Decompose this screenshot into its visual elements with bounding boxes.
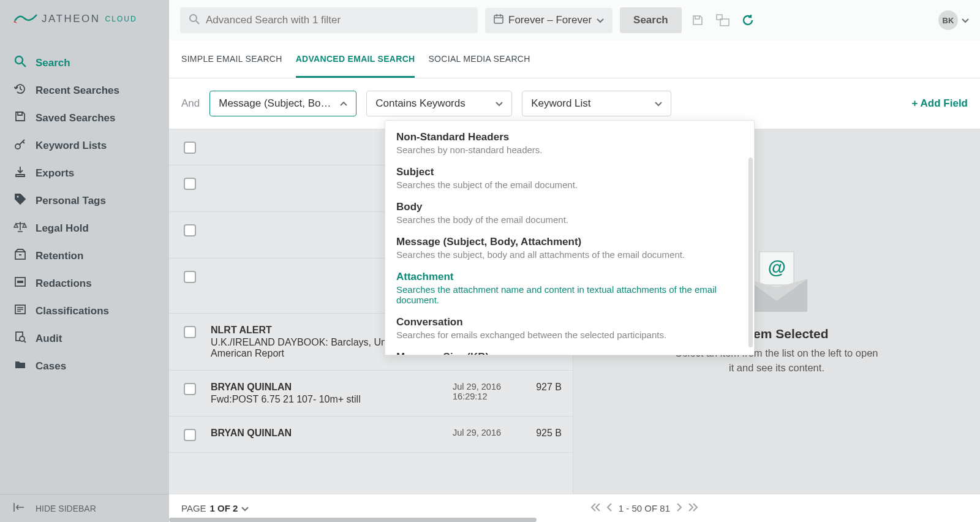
svg-point-9 [20, 336, 24, 341]
save-search-icon[interactable] [689, 12, 706, 29]
option-desc: Searches by non-standard headers. [396, 145, 743, 155]
chevron-down-icon [655, 97, 662, 110]
next-page-button[interactable] [676, 503, 682, 513]
hide-sidebar-label: HIDE SIDEBAR [36, 504, 96, 513]
advanced-search-input[interactable] [206, 14, 469, 26]
filter-option-message-size-kb-[interactable]: Message Size (KB)Searches complete email… [385, 346, 754, 355]
sidebar-item-label: Search [36, 57, 70, 69]
result-checkbox-wrap [169, 428, 211, 441]
date-range-picker[interactable]: Forever – Forever [485, 8, 612, 33]
user-menu[interactable]: BK [938, 10, 969, 30]
result-checkbox[interactable] [184, 383, 196, 395]
sidebar-item-label: Personal Tags [36, 195, 106, 207]
option-title: Non-Standard Headers [396, 131, 743, 143]
result-checkbox-wrap [169, 270, 211, 302]
filter-option-message-subject-body-attachment-[interactable]: Message (Subject, Body, Attachment)Searc… [385, 230, 754, 265]
page-range: 1 - 50 OF 81 [619, 503, 670, 513]
page-label: PAGE [181, 503, 206, 513]
sidebar-item-label: Audit [36, 333, 62, 345]
sidebar-item-search[interactable]: Search [0, 49, 169, 77]
result-body: BRYAN QUINLAN [211, 428, 453, 441]
sidebar-item-exports[interactable]: Exports [0, 159, 169, 187]
retention-icon [13, 248, 27, 263]
filter-match-dropdown[interactable]: Contains Keywords [366, 91, 512, 116]
hide-sidebar-button[interactable]: HIDE SIDEBAR [0, 494, 169, 522]
option-title: Message (Subject, Body, Attachment) [396, 236, 743, 248]
sidebar-item-keyword-lists[interactable]: Keyword Lists [0, 132, 169, 159]
result-row[interactable]: BRYAN QUINLAN Jul 29, 2016925 B [169, 417, 573, 453]
last-page-button[interactable] [688, 503, 698, 513]
svg-text:@: @ [767, 257, 785, 278]
option-desc: Searches the subject of the email docume… [396, 180, 743, 190]
sidebar-item-label: Retention [36, 250, 83, 262]
result-from: BRYAN QUINLAN [211, 382, 445, 393]
filter-option-non-standard-headers[interactable]: Non-Standard HeadersSearches by non-stan… [385, 126, 754, 161]
result-date: Jul 29, 201616:29:12 [453, 382, 530, 405]
sidebar-item-recent-searches[interactable]: Recent Searches [0, 77, 169, 104]
svg-point-2 [15, 144, 20, 149]
search-button[interactable]: Search [620, 7, 682, 33]
option-desc: Searches the subject, body and all attac… [396, 249, 743, 260]
calendar-icon [494, 14, 503, 27]
sidebar-item-classifications[interactable]: Classifications [0, 297, 169, 325]
svg-rect-13 [494, 15, 503, 23]
export-icon[interactable] [714, 12, 732, 29]
logo-text: JATHEON [42, 13, 100, 25]
page-selector[interactable]: PAGE 1 OF 2 [181, 503, 249, 513]
filter-value-dropdown[interactable]: Keyword List [522, 91, 671, 116]
sidebar-item-cases[interactable]: Cases [0, 352, 169, 380]
chevron-down-icon [597, 14, 604, 26]
result-checkbox-wrap [169, 382, 211, 405]
sidebar-item-label: Keyword Lists [36, 140, 107, 152]
tab-simple-email-search[interactable]: SIMPLE EMAIL SEARCH [181, 40, 282, 78]
result-checkbox[interactable] [184, 326, 196, 338]
add-field-button[interactable]: + Add Field [912, 97, 968, 110]
search-icon [13, 55, 27, 70]
result-size: 925 B [530, 428, 573, 441]
result-checkbox[interactable] [184, 142, 196, 154]
tab-advanced-email-search[interactable]: ADVANCED EMAIL SEARCH [296, 40, 415, 78]
refresh-icon[interactable] [739, 12, 756, 29]
conjunction-label: And [181, 97, 200, 110]
filter-field-dropdown[interactable]: Message (Subject, Body,... [209, 91, 356, 116]
sidebar-item-label: Recent Searches [36, 85, 119, 97]
advanced-search-input-wrap[interactable] [180, 7, 478, 33]
result-checkbox-wrap [169, 176, 211, 200]
filter-option-attachment[interactable]: AttachmentSearches the attachment name a… [385, 265, 754, 311]
chevron-down-icon [241, 503, 249, 513]
svg-point-11 [190, 15, 197, 21]
filter-field-value: Message (Subject, Body,... [219, 97, 333, 110]
download-icon [13, 165, 27, 181]
tab-social-media-search[interactable]: SOCIAL MEDIA SEARCH [428, 40, 530, 78]
option-title: Body [396, 201, 743, 213]
scrollbar[interactable] [748, 157, 753, 347]
result-subject: Fwd:POST 6.75 21 107- 10m+ still [211, 394, 445, 405]
result-row[interactable]: BRYAN QUINLAN Fwd:POST 6.75 21 107- 10m+… [169, 371, 573, 417]
filter-option-body[interactable]: BodySearches the body of the email docum… [385, 195, 754, 230]
filter-option-conversation[interactable]: ConversationSearches for emails exchange… [385, 311, 754, 346]
horizontal-scrollbar[interactable] [169, 518, 537, 522]
filter-value-value: Keyword List [531, 97, 590, 110]
key-icon [13, 138, 27, 153]
option-desc: Searches for emails exchanged between th… [396, 330, 743, 340]
avatar: BK [938, 10, 958, 30]
first-page-button[interactable] [590, 503, 600, 513]
sidebar-item-personal-tags[interactable]: Personal Tags [0, 187, 169, 214]
result-checkbox[interactable] [184, 224, 196, 236]
result-checkbox[interactable] [184, 178, 196, 190]
result-body: BRYAN QUINLAN Fwd:POST 6.75 21 107- 10m+… [211, 382, 453, 405]
filter-option-subject[interactable]: SubjectSearches the subject of the email… [385, 161, 754, 195]
result-checkbox[interactable] [184, 429, 196, 441]
prev-page-button[interactable] [606, 503, 612, 513]
logo-icon [13, 11, 38, 27]
sidebar-item-audit[interactable]: Audit [0, 325, 169, 352]
result-checkbox[interactable] [184, 271, 196, 283]
balance-icon [13, 221, 27, 236]
sidebar-item-redactions[interactable]: Redactions [0, 270, 169, 297]
sidebar-item-legal-hold[interactable]: Legal Hold [0, 214, 169, 242]
main: Forever – Forever Search BK [169, 0, 980, 522]
folder-icon [13, 358, 27, 374]
sidebar-item-saved-searches[interactable]: Saved Searches [0, 104, 169, 132]
sidebar-item-retention[interactable]: Retention [0, 242, 169, 270]
save-icon [13, 110, 27, 126]
